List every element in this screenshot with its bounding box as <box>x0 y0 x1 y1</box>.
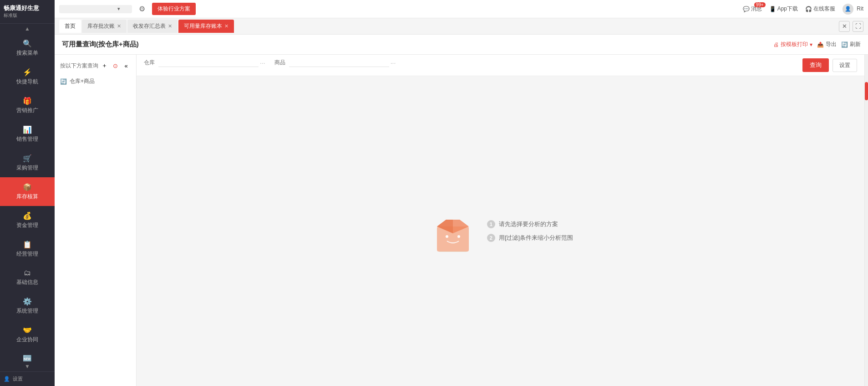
print-label: 按模板打印 <box>781 41 808 48</box>
btn-export[interactable]: 📤 导出 <box>817 41 837 48</box>
sidebar-item-basic[interactable]: 🗂基础信息 <box>0 263 55 292</box>
sidebar: 畅康通好生意 标准版 ▲ 🔍搜索菜单⚡快捷导航🎁营销推广📊销售管理🛒采购管理📦库… <box>0 0 55 386</box>
tab-label-available_qty: 可用量库存账本 <box>184 22 222 30</box>
tab-close-available_qty[interactable]: ✕ <box>224 23 228 29</box>
app-label: App下载 <box>777 5 798 13</box>
sidebar-label-operation: 经营管理 <box>16 250 38 258</box>
print-dropdown-icon: ▾ <box>810 41 812 48</box>
tabs-actions: ✕ ⛶ <box>839 21 863 32</box>
right-scrollbar[interactable] <box>864 55 868 386</box>
warehouse-field-group: 仓库 ··· <box>144 58 265 67</box>
tabs-expand-btn[interactable]: ⛶ <box>853 21 863 32</box>
topbar-service[interactable]: 🎧 在线客服 <box>805 5 835 13</box>
user-name: Rit <box>857 5 863 12</box>
sidebar-label-basic: 基础信息 <box>16 278 38 286</box>
topbar-search-area[interactable]: ▾ <box>59 5 132 13</box>
print-icon: 🖨 <box>773 41 779 48</box>
tab-label-receipt_summary: 收发存汇总表 <box>133 22 166 30</box>
topbar-message[interactable]: 💬 消息 99+ <box>743 5 762 13</box>
sidebar-label-purchase: 采购管理 <box>16 164 38 172</box>
message-badge: 99+ <box>754 2 766 7</box>
tabs-bar: 首页库存批次账✕收发存汇总表✕可用量库存账本✕ ✕ ⛶ <box>55 18 868 35</box>
basic-icon: 🗂 <box>24 269 31 277</box>
purchase-icon: 🛒 <box>23 154 32 163</box>
btn-settings[interactable]: 设置 <box>832 59 857 72</box>
scheme-item-warehouse-product[interactable]: 🔄 仓库+商品 <box>55 75 136 88</box>
sidebar-item-finance[interactable]: 💰资金管理 <box>0 206 55 235</box>
btn-template-print[interactable]: 🖨 按模板打印 ▾ <box>773 41 812 48</box>
empty-hint-1: 1 请先选择要分析的方案 <box>487 220 573 228</box>
sidebar-label-inventory: 库存核算 <box>16 193 38 201</box>
scheme-add-btn[interactable]: ＋ <box>100 61 109 70</box>
tabs-close-btn[interactable]: ✕ <box>839 21 850 32</box>
sidebar-footer[interactable]: 👤 设置 <box>0 371 55 386</box>
sidebar-item-inventory[interactable]: 📦库存核算 <box>0 177 55 206</box>
service-icon: 🎧 <box>805 6 812 12</box>
sidebar-item-shortcut[interactable]: ⚡快捷导航 <box>0 62 55 91</box>
warehouse-input[interactable] <box>158 58 259 67</box>
scheme-collapse-btn[interactable]: « <box>122 61 131 70</box>
sidebar-label-shortcut: 快捷导航 <box>16 78 38 86</box>
tabs-container: 首页库存批次账✕收发存汇总表✕可用量库存账本✕ <box>59 20 234 33</box>
scheme-edit-btn[interactable]: ⊙ <box>111 61 120 70</box>
sidebar-scroll-up[interactable]: ▲ <box>0 24 55 34</box>
sidebar-label-finance: 资金管理 <box>16 221 38 229</box>
product-label: 商品 <box>274 59 285 67</box>
sidebar-label-cooperation: 企业协同 <box>16 336 38 344</box>
content-area: 按以下方案查询 ＋ ⊙ « 🔄 仓库+商品 仓库 ··· <box>55 55 868 386</box>
sidebar-item-search[interactable]: 🔍搜索菜单 <box>0 34 55 62</box>
query-bar: 仓库 ··· 商品 ··· 查询 设置 <box>137 55 864 76</box>
scheme-actions: ＋ ⊙ « <box>100 61 131 70</box>
operation-icon: 📋 <box>23 240 32 249</box>
trial-btn[interactable]: 体验行业方案 <box>152 3 196 15</box>
shortcut-icon: ⚡ <box>23 68 32 77</box>
search-icon: 🔍 <box>23 39 32 48</box>
app-subtitle: 标准版 <box>4 12 17 19</box>
sidebar-item-operation[interactable]: 📋经营管理 <box>0 235 55 263</box>
warehouse-label: 仓库 <box>144 59 155 67</box>
topbar: ▾ ⚙ 体验行业方案 💬 消息 99+ 📱 App下载 🎧 在线客服 👤 Rit <box>55 0 868 18</box>
main-content: 仓库 ··· 商品 ··· 查询 设置 <box>137 55 864 386</box>
sidebar-footer-label: 设置 <box>13 376 23 382</box>
warehouse-more-btn[interactable]: ··· <box>260 59 265 67</box>
sidebar-item-guide[interactable]: 🆕新手引导 <box>0 349 55 361</box>
sidebar-item-sales[interactable]: 📊销售管理 <box>0 120 55 149</box>
product-more-btn[interactable]: ··· <box>391 59 396 67</box>
sales-icon: 📊 <box>23 125 32 134</box>
search-input[interactable] <box>63 6 117 12</box>
page-header: 可用量查询(按仓库+商品) 🖨 按模板打印 ▾ 📤 导出 🔄 刷新 <box>55 35 868 55</box>
empty-illustration <box>428 208 473 254</box>
sidebar-item-system[interactable]: ⚙️系统管理 <box>0 292 55 320</box>
product-input[interactable] <box>289 58 389 67</box>
tab-available_qty[interactable]: 可用量库存账本✕ <box>178 20 234 33</box>
tab-home[interactable]: 首页 <box>59 20 81 33</box>
svg-point-4 <box>457 235 460 238</box>
sidebar-scroll-down[interactable]: ▼ <box>0 361 55 371</box>
tab-close-batch_account[interactable]: ✕ <box>117 23 121 29</box>
sidebar-label-marketing: 营销推广 <box>16 107 38 114</box>
tab-close-receipt_summary[interactable]: ✕ <box>168 23 172 29</box>
svg-point-3 <box>446 235 448 238</box>
export-icon: 📤 <box>817 41 824 48</box>
topbar-settings-btn[interactable]: ⚙ <box>136 3 148 15</box>
btn-query[interactable]: 查询 <box>802 58 829 72</box>
sidebar-footer-icon: 👤 <box>4 376 10 382</box>
scrollbar-thumb <box>865 82 868 100</box>
hint-num-2: 2 <box>487 234 495 242</box>
sidebar-item-marketing[interactable]: 🎁营销推广 <box>0 91 55 120</box>
tab-batch_account[interactable]: 库存批次账✕ <box>82 20 127 33</box>
topbar-app-download[interactable]: 📱 App下载 <box>769 5 798 13</box>
sidebar-item-purchase[interactable]: 🛒采购管理 <box>0 149 55 177</box>
sidebar-logo: 畅康通好生意 标准版 <box>0 0 55 24</box>
topbar-user[interactable]: 👤 Rit <box>843 4 863 15</box>
cooperation-icon: 🤝 <box>23 326 32 335</box>
search-dropdown-btn[interactable]: ▾ <box>117 6 120 12</box>
side-filter-panel: 按以下方案查询 ＋ ⊙ « 🔄 仓库+商品 <box>55 55 137 386</box>
btn-refresh[interactable]: 🔄 刷新 <box>841 41 861 48</box>
page-actions: 🖨 按模板打印 ▾ 📤 导出 🔄 刷新 <box>773 41 861 48</box>
marketing-icon: 🎁 <box>23 97 32 105</box>
tab-receipt_summary[interactable]: 收发存汇总表✕ <box>127 20 178 33</box>
tab-label-home: 首页 <box>65 22 76 30</box>
sidebar-item-cooperation[interactable]: 🤝企业协同 <box>0 320 55 349</box>
refresh-icon: 🔄 <box>841 41 848 48</box>
